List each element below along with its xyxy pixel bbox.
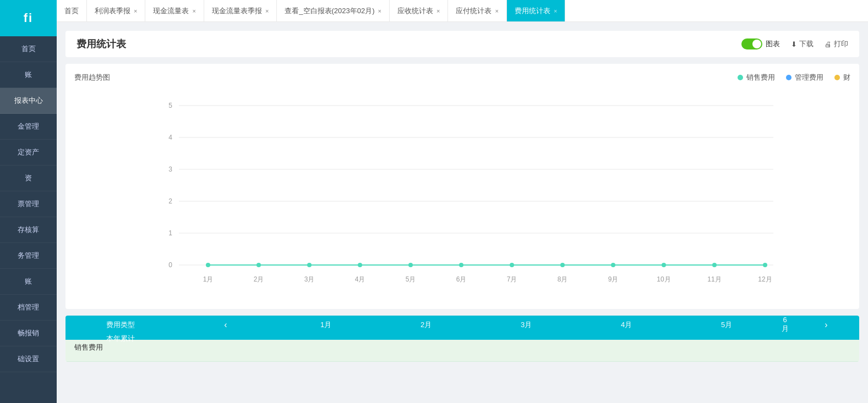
th-month-5: 5月 bbox=[676, 320, 777, 330]
print-label: 打印 bbox=[834, 39, 848, 49]
svg-text:2月: 2月 bbox=[254, 275, 264, 283]
svg-point-25 bbox=[256, 263, 261, 267]
tab-receivable[interactable]: 应收统计表 × bbox=[390, 0, 448, 21]
tab-home[interactable]: 首页 bbox=[57, 0, 87, 21]
tab-close-cashflow[interactable]: × bbox=[192, 8, 195, 14]
sidebar-item-service[interactable]: 务管理 bbox=[0, 243, 57, 269]
th-month-6: 6月 bbox=[777, 316, 793, 334]
svg-text:10月: 10月 bbox=[657, 275, 670, 283]
svg-point-35 bbox=[763, 263, 767, 267]
line-chart: 5 4 3 2 1 0 1月 2月 3月 4月 5月 6月 7月 8月 9月 bbox=[74, 89, 850, 298]
chart-container: 5 4 3 2 1 0 1月 2月 3月 4月 5月 6月 7月 8月 9月 bbox=[74, 89, 850, 300]
tab-close-blank-report[interactable]: × bbox=[378, 8, 381, 14]
table-header-row: 费用类型 ‹ 1月 2月 3月 4月 5月 6月 › 本年累计 bbox=[65, 316, 859, 340]
tab-cashflow[interactable]: 现金流量表 × bbox=[145, 0, 204, 21]
svg-text:4月: 4月 bbox=[355, 275, 365, 283]
tab-cashflow-quarterly[interactable]: 现金流量表季报 × bbox=[204, 0, 277, 21]
chart-toggle-label: 图表 bbox=[766, 39, 780, 49]
sidebar-item-reports[interactable]: 报表中心 bbox=[0, 88, 57, 114]
legend-label-sales: 销售费用 bbox=[746, 73, 775, 82]
chart-toggle[interactable] bbox=[741, 38, 762, 49]
tab-expense[interactable]: 费用统计表 × bbox=[507, 0, 565, 21]
chart-legend: 销售费用 管理费用 财 bbox=[738, 73, 850, 82]
sidebar-item-account[interactable]: 账 bbox=[0, 62, 57, 88]
header-actions: 图表 ⬇ 下载 🖨 打印 bbox=[741, 38, 848, 49]
svg-text:0: 0 bbox=[168, 261, 172, 269]
svg-point-30 bbox=[510, 263, 514, 267]
th-month-2: 2月 bbox=[376, 320, 476, 330]
download-label: 下载 bbox=[799, 39, 814, 49]
svg-text:1: 1 bbox=[168, 229, 172, 237]
svg-point-27 bbox=[358, 263, 362, 267]
th-type: 费用类型 bbox=[65, 320, 176, 330]
th-month-3: 3月 bbox=[476, 320, 576, 330]
legend-dot-finance bbox=[834, 75, 840, 80]
legend-dot-admin bbox=[786, 75, 791, 80]
svg-point-33 bbox=[662, 263, 666, 267]
sidebar-item-archive[interactable]: 档管理 bbox=[0, 295, 57, 321]
sidebar-item-fund[interactable]: 金管理 bbox=[0, 114, 57, 140]
legend-sales: 销售费用 bbox=[738, 73, 775, 82]
legend-label-admin: 管理费用 bbox=[795, 73, 823, 82]
svg-text:6月: 6月 bbox=[456, 275, 467, 283]
svg-text:2: 2 bbox=[168, 197, 172, 205]
svg-point-26 bbox=[307, 263, 312, 267]
th-month-4: 4月 bbox=[576, 320, 676, 330]
table-section: 费用类型 ‹ 1月 2月 3月 4月 5月 6月 › 本年累计 销售费用 bbox=[65, 316, 859, 362]
sidebar-item-reimbursement[interactable]: 畅报销 bbox=[0, 321, 57, 346]
tab-close-receivable[interactable]: × bbox=[436, 8, 440, 14]
download-icon: ⬇ bbox=[791, 40, 797, 48]
sidebar-logo: fi bbox=[0, 0, 57, 36]
svg-text:3月: 3月 bbox=[304, 275, 315, 283]
chart-toggle-wrap: 图表 bbox=[741, 38, 780, 49]
svg-text:3: 3 bbox=[168, 165, 172, 173]
chart-section: 费用趋势图 销售费用 管理费用 财 bbox=[65, 64, 859, 309]
tab-blank-report[interactable]: 查看_空白报表(2023年02月) × bbox=[277, 0, 390, 21]
sidebar-item-ledger[interactable]: 账 bbox=[0, 269, 57, 295]
svg-point-29 bbox=[459, 263, 463, 267]
sidebar-item-inventory[interactable]: 存核算 bbox=[0, 217, 57, 243]
th-nav-prev[interactable]: ‹ bbox=[176, 320, 276, 330]
sidebar-item-assets[interactable]: 定资产 bbox=[0, 140, 57, 165]
tab-close-profit-quarterly[interactable]: × bbox=[134, 8, 137, 14]
svg-text:7月: 7月 bbox=[507, 275, 517, 283]
chart-title: 费用趋势图 bbox=[74, 73, 110, 82]
page-header: 费用统计表 图表 ⬇ 下载 🖨 打印 bbox=[65, 31, 859, 57]
sidebar-item-capital[interactable]: 资 bbox=[0, 165, 57, 191]
tab-close-cashflow-quarterly[interactable]: × bbox=[265, 8, 269, 14]
download-button[interactable]: ⬇ 下载 bbox=[791, 39, 814, 49]
print-icon: 🖨 bbox=[825, 40, 832, 48]
tab-profit-quarterly[interactable]: 利润表季报 × bbox=[87, 0, 145, 21]
sidebar-item-home[interactable]: 首页 bbox=[0, 36, 57, 62]
svg-point-24 bbox=[206, 263, 210, 267]
sidebar-item-invoice[interactable]: 票管理 bbox=[0, 191, 57, 217]
td-type: 销售费用 bbox=[65, 343, 176, 352]
th-month-1: 1月 bbox=[276, 320, 376, 330]
svg-text:1月: 1月 bbox=[203, 275, 214, 283]
legend-label-finance: 财 bbox=[843, 73, 850, 82]
svg-text:9月: 9月 bbox=[608, 275, 619, 283]
legend-finance: 财 bbox=[834, 73, 850, 82]
print-button[interactable]: 🖨 打印 bbox=[825, 39, 848, 49]
page-title: 费用统计表 bbox=[77, 37, 126, 51]
table-row: 销售费用 bbox=[65, 340, 859, 362]
main-area: 首页 利润表季报 × 现金流量表 × 现金流量表季报 × 查看_空白报表(202… bbox=[57, 0, 868, 403]
content-area: 费用统计表 图表 ⬇ 下载 🖨 打印 费用趋势图 bbox=[57, 22, 868, 403]
svg-point-34 bbox=[712, 263, 717, 267]
svg-point-32 bbox=[611, 263, 615, 267]
svg-text:5: 5 bbox=[168, 102, 172, 109]
tab-payable[interactable]: 应付统计表 × bbox=[448, 0, 506, 21]
svg-text:8月: 8月 bbox=[558, 275, 568, 283]
tab-bar: 首页 利润表季报 × 现金流量表 × 现金流量表季报 × 查看_空白报表(202… bbox=[57, 0, 868, 22]
svg-text:11月: 11月 bbox=[707, 275, 721, 283]
legend-dot-sales bbox=[738, 75, 743, 80]
tab-close-expense[interactable]: × bbox=[554, 8, 557, 14]
svg-text:12月: 12月 bbox=[758, 275, 772, 283]
svg-point-28 bbox=[408, 263, 413, 267]
tab-close-payable[interactable]: × bbox=[495, 8, 498, 14]
svg-text:4: 4 bbox=[168, 134, 172, 141]
th-nav-next[interactable]: › bbox=[793, 320, 859, 330]
svg-text:5月: 5月 bbox=[406, 275, 416, 283]
sidebar: fi 首页 账 报表中心 金管理 定资产 资 票管理 存核算 务管理 账 档管理… bbox=[0, 0, 57, 403]
sidebar-item-settings[interactable]: 础设置 bbox=[0, 346, 57, 372]
